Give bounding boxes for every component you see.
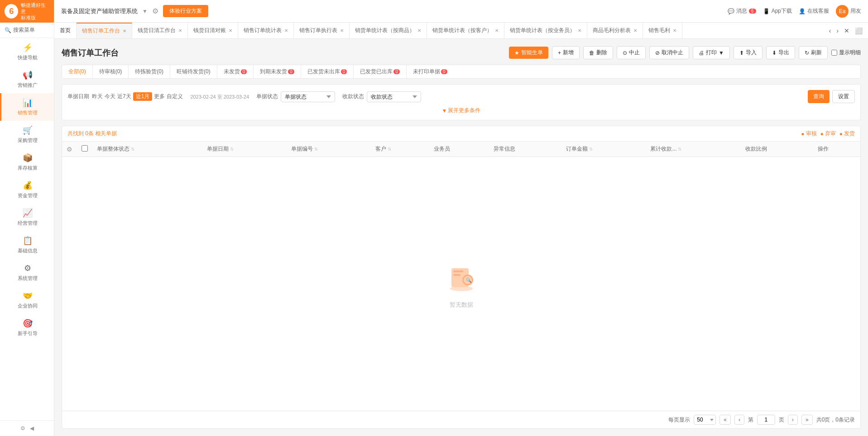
date-range-display: 2023-02-24 至 2023-03-24 bbox=[190, 94, 249, 100]
settings-filter-btn[interactable]: 设置 bbox=[832, 90, 855, 103]
export-btn[interactable]: ⬇ 导出 bbox=[766, 46, 795, 59]
sub-tab-not-printed[interactable]: 未打印单据0 bbox=[407, 65, 454, 78]
sub-tab-pending-inspect[interactable]: 待拣验货(0) bbox=[129, 65, 170, 78]
stop-btn[interactable]: ⊙ 中止 bbox=[617, 46, 646, 59]
tab-home[interactable]: 首页 bbox=[54, 23, 77, 39]
import-btn[interactable]: ⬆ 导入 bbox=[734, 46, 762, 59]
add-btn[interactable]: + 新增 bbox=[552, 46, 580, 59]
tab-close-cash-daily[interactable]: ✕ bbox=[178, 28, 182, 33]
tab-close-sales-summary-product[interactable]: ✕ bbox=[417, 28, 421, 33]
col-settings-icon[interactable]: ⚙ bbox=[67, 146, 72, 153]
per-page-select[interactable]: 50 10 20 100 bbox=[694, 415, 716, 425]
sidebar-item-system[interactable]: ⚙ 系统管理 bbox=[0, 259, 54, 286]
sub-tab-all[interactable]: 全部(0) bbox=[62, 65, 93, 78]
prev-page-btn[interactable]: ‹ bbox=[734, 415, 744, 425]
date-7days[interactable]: 近7天 bbox=[117, 93, 131, 100]
trial-btn[interactable]: 体验行业方案 bbox=[163, 5, 208, 17]
tab-sales-summary-staff[interactable]: 销货单统计表（按业务员） ✕ bbox=[504, 23, 587, 39]
tab-close-sales-workbench[interactable]: ✕ bbox=[123, 28, 126, 33]
col-status-sort[interactable]: 单据整体状态 ⇅ bbox=[97, 145, 198, 153]
sub-tab-shipped-out[interactable]: 已发货已出库0 bbox=[354, 65, 407, 78]
col-amount-sort[interactable]: 订单金额 ⇅ bbox=[566, 145, 641, 153]
tab-sales-summary-customer[interactable]: 销货单统计表（按客户） ✕ bbox=[427, 23, 504, 39]
tab-sales-exec[interactable]: 销售订单执行表 ✕ bbox=[294, 23, 350, 39]
guide-icon: 🎯 bbox=[23, 318, 33, 328]
app-download-action[interactable]: 📱 App下载 bbox=[763, 7, 792, 15]
tab-close-sales-stats[interactable]: ✕ bbox=[284, 28, 288, 33]
table-scroll-container[interactable]: ⚙ 单据整体状态 ⇅ bbox=[62, 142, 860, 157]
query-btn[interactable]: 查询 bbox=[808, 90, 830, 103]
expand-filter-btn[interactable]: ▼ 展开更多条件 bbox=[442, 107, 481, 114]
user-action[interactable]: Ea 用友 bbox=[836, 5, 861, 18]
tab-cash-reconcile[interactable]: 钱货日清对账 ✕ bbox=[188, 23, 238, 39]
sub-tab-shipped-not-out[interactable]: 已发货未出库0 bbox=[301, 65, 354, 78]
tab-product-profit[interactable]: 商品毛利分析表 ✕ bbox=[587, 23, 643, 39]
sidebar-item-inventory[interactable]: 📦 库存核算 bbox=[0, 148, 54, 176]
tab-close-cash-reconcile[interactable]: ✕ bbox=[229, 28, 232, 33]
print-btn[interactable]: 🖨 打印 ▼ bbox=[693, 46, 730, 59]
date-custom[interactable]: 自定义 bbox=[167, 93, 183, 100]
tab-sales-profit[interactable]: 销售毛利 ✕ bbox=[643, 23, 682, 39]
print-dropdown-icon: ▼ bbox=[719, 50, 724, 56]
payment-select[interactable]: 收款状态 bbox=[367, 91, 421, 102]
delete-btn[interactable]: 🗑 删除 bbox=[583, 46, 613, 59]
refresh-btn[interactable]: ↻ 刷新 bbox=[799, 46, 828, 59]
sidebar-item-sales[interactable]: 📊 销售管理 bbox=[0, 93, 54, 121]
tabs-close-all-btn[interactable]: ✕ bbox=[842, 26, 851, 35]
sidebar-item-operations[interactable]: 📈 经营管理 bbox=[0, 204, 54, 231]
col-number-sort[interactable]: 单据编号 ⇅ bbox=[291, 145, 366, 153]
sub-tab-wangpu-deliver[interactable]: 旺铺待发货(0) bbox=[170, 65, 217, 78]
show-detail-input[interactable] bbox=[831, 50, 837, 56]
search-menu-item[interactable]: 🔍 搜索菜单 bbox=[0, 23, 54, 38]
tab-close-sales-summary-customer[interactable]: ✕ bbox=[495, 28, 499, 33]
search-icon: 🔍 bbox=[5, 27, 11, 33]
col-collected-sort[interactable]: 累计收款... ⇅ bbox=[650, 145, 736, 153]
tab-close-sales-profit[interactable]: ✕ bbox=[673, 28, 676, 33]
sidebar-item-enterprise[interactable]: 🤝 企业协同 bbox=[0, 286, 54, 314]
col-date-sort[interactable]: 单据日期 ⇅ bbox=[207, 145, 282, 153]
date-1month[interactable]: 近1月 bbox=[133, 92, 153, 101]
sub-tab-expired-not-shipped[interactable]: 到期未发货0 bbox=[254, 65, 301, 78]
date-more[interactable]: 更多 bbox=[154, 93, 165, 100]
settings-topbar-icon[interactable]: ⚙ bbox=[152, 7, 158, 15]
date-yesterday[interactable]: 昨天 bbox=[92, 93, 103, 100]
date-today[interactable]: 今天 bbox=[105, 93, 115, 100]
online-service-action[interactable]: 👤 在线客服 bbox=[799, 7, 829, 15]
tab-close-sales-summary-staff[interactable]: ✕ bbox=[578, 28, 581, 33]
tabs-prev-btn[interactable]: ‹ bbox=[827, 26, 833, 35]
tab-sales-stats[interactable]: 销售订单统计表 ✕ bbox=[238, 23, 294, 39]
cancel-stop-btn[interactable]: ⊘ 取消中止 bbox=[649, 46, 689, 59]
sidebar-item-guide[interactable]: 🎯 新手引导 bbox=[0, 314, 54, 341]
dropdown-icon[interactable]: ▼ bbox=[142, 8, 148, 14]
batch-revoke-btn[interactable]: ● 弃审 bbox=[820, 130, 836, 137]
col-settings: ⚙ bbox=[62, 142, 77, 157]
next-page-btn[interactable]: › bbox=[788, 415, 798, 425]
tabs-next-btn[interactable]: › bbox=[834, 26, 840, 35]
smart-create-btn[interactable]: ★ 智能生单 bbox=[509, 47, 548, 59]
tab-cash-daily[interactable]: 钱货日清工作台 ✕ bbox=[132, 23, 188, 39]
page-input[interactable] bbox=[757, 415, 775, 425]
sidebar-item-base[interactable]: 📋 基础信息 bbox=[0, 231, 54, 259]
message-action[interactable]: 💬 消息 6 bbox=[728, 7, 756, 15]
tab-close-sales-exec[interactable]: ✕ bbox=[340, 28, 344, 33]
settings-icon[interactable]: ⚙ bbox=[20, 425, 25, 431]
sidebar-item-purchase[interactable]: 🛒 采购管理 bbox=[0, 121, 54, 148]
sidebar-item-marketing[interactable]: 📢 营销推广 bbox=[0, 66, 54, 93]
tab-close-product-profit[interactable]: ✕ bbox=[633, 28, 637, 33]
select-all-checkbox[interactable] bbox=[82, 145, 88, 152]
col-customer-sort[interactable]: 客户 ⇅ bbox=[375, 145, 425, 153]
tabs-maximize-btn[interactable]: ⬜ bbox=[853, 26, 864, 35]
status-select[interactable]: 单据状态 bbox=[281, 91, 335, 102]
show-detail-checkbox[interactable]: 显示明细 bbox=[831, 49, 861, 57]
sidebar-item-finance[interactable]: 💰 资金管理 bbox=[0, 176, 54, 204]
tab-sales-workbench[interactable]: 销售订单工作台 ✕ bbox=[77, 23, 132, 39]
tab-sales-summary-product[interactable]: 销货单统计表（按商品） ✕ bbox=[350, 23, 427, 39]
sidebar-item-quick-nav[interactable]: ⚡ 快捷导航 bbox=[0, 38, 54, 66]
collapse-icon[interactable]: ◀ bbox=[30, 425, 34, 431]
last-page-btn[interactable]: » bbox=[801, 415, 813, 425]
batch-review-btn[interactable]: ● 审核 bbox=[801, 130, 816, 137]
first-page-btn[interactable]: « bbox=[719, 415, 731, 425]
sub-tab-not-shipped[interactable]: 未发货0 bbox=[217, 65, 254, 78]
batch-ship-btn[interactable]: ● 发货 bbox=[839, 130, 855, 137]
sub-tab-pending-review[interactable]: 待审核(0) bbox=[93, 65, 129, 78]
